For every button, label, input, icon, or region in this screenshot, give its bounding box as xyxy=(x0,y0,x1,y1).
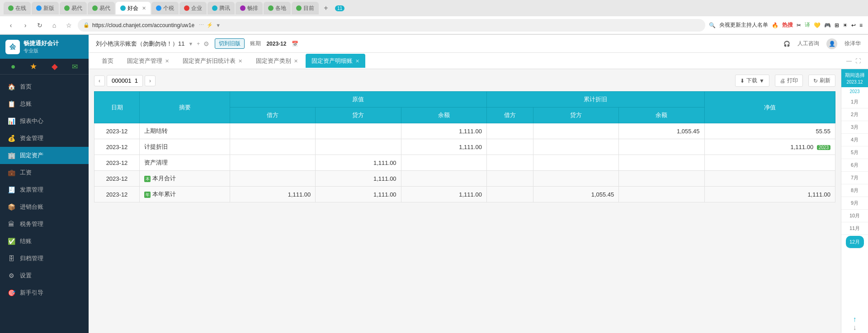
col-orig-credit: 贷方 xyxy=(316,108,401,123)
period-month-2[interactable]: 2月 xyxy=(841,108,868,121)
sidebar-item-tax[interactable]: 🏛 税务管理 xyxy=(0,216,89,233)
sidebar-item-funds[interactable]: 💰 资金管理 xyxy=(0,130,89,147)
browser-tab-geshui[interactable]: 个税 xyxy=(151,2,179,14)
period-month-11[interactable]: 11月 xyxy=(841,222,868,235)
bookmark-button[interactable]: ☆ xyxy=(63,20,74,31)
switch-version-button[interactable]: 切到旧版 xyxy=(215,38,245,49)
sidebar-item-guide[interactable]: 🎯 新手引导 xyxy=(0,284,89,301)
search-area[interactable]: 🔍 央视更新主持人名单 🔥 热搜 xyxy=(709,21,793,29)
sidebar-item-payroll[interactable]: 💼 工资 xyxy=(0,164,89,181)
download-button[interactable]: ⬇ 下载 ▼ xyxy=(735,75,769,87)
closing-icon: ✅ xyxy=(7,237,15,245)
tab-close-detail[interactable]: ✕ xyxy=(355,58,359,64)
home-button[interactable]: ⌂ xyxy=(49,20,60,31)
panel-up-arrow[interactable]: ↑ xyxy=(853,315,857,324)
tab-close-category[interactable]: ✕ xyxy=(294,58,298,64)
period-month-9[interactable]: 9月 xyxy=(841,197,868,210)
sidebar-item-closing[interactable]: ✅ 结账 xyxy=(0,233,89,250)
cell-accum-credit xyxy=(533,123,618,139)
period-month-1[interactable]: 1月 xyxy=(841,96,868,108)
undo-icon[interactable]: ↩ xyxy=(851,22,856,28)
col-accum-credit: 贷方 xyxy=(533,108,618,123)
sun-icon[interactable]: ☀ xyxy=(843,22,848,28)
wallet-icon[interactable]: 💛 xyxy=(814,22,821,28)
sidebar-icon-red[interactable]: ◆ xyxy=(52,61,58,71)
sidebar-item-archive[interactable]: 🗄 归档管理 xyxy=(0,250,89,267)
period-month-8[interactable]: 8月 xyxy=(841,184,868,197)
sidebar-item-reports[interactable]: 📊 报表中心 xyxy=(0,113,89,130)
tab-home[interactable]: 首页 xyxy=(96,54,119,68)
cell-accum-debit xyxy=(486,139,533,155)
refresh-browser-button[interactable]: ↻ xyxy=(34,20,45,31)
period-month-10[interactable]: 10月 xyxy=(841,210,868,222)
period-month-6[interactable]: 6月 xyxy=(841,159,868,172)
refresh-button[interactable]: ↻ 刷新 xyxy=(808,75,835,87)
period-month-4[interactable]: 4月 xyxy=(841,134,868,146)
year-badge: 2023 xyxy=(817,145,830,150)
tab-close-haohui[interactable]: ✕ xyxy=(142,5,146,11)
maximize-icon[interactable]: ⛶ xyxy=(855,58,861,64)
next-page-button[interactable]: › xyxy=(145,75,156,86)
period-month-12[interactable]: 12月 xyxy=(846,236,864,249)
browser-tab-qiye[interactable]: 企业 xyxy=(179,2,207,14)
browser-tab-yidai1[interactable]: 易代 xyxy=(60,2,87,14)
browser-tab-online[interactable]: 在线 xyxy=(4,2,31,14)
sidebar-icon-green[interactable]: ● xyxy=(11,62,16,71)
tab-fixed-assets-mgmt[interactable]: 固定资产管理 ✕ xyxy=(121,54,175,68)
sidebar-item-home[interactable]: 🏠 首页 xyxy=(0,78,89,95)
human-service-label[interactable]: 人工咨询 xyxy=(797,40,819,47)
panel-down-arrow[interactable]: ↓ xyxy=(853,324,857,332)
grid-icon[interactable]: ⊞ xyxy=(835,22,839,28)
add-button[interactable]: + xyxy=(197,41,200,47)
back-button[interactable]: ‹ xyxy=(5,20,16,31)
cell-accum-credit xyxy=(533,171,618,187)
page-number-input[interactable] xyxy=(107,75,143,87)
calendar-icon[interactable]: 📅 xyxy=(292,41,298,47)
browser-tab-changpai[interactable]: 畅排 xyxy=(236,2,263,14)
browser-tab-tengxun[interactable]: 腾讯 xyxy=(208,2,235,14)
settings-small-icon[interactable]: ⚙ xyxy=(203,40,209,47)
sidebar-icon-star[interactable]: ★ xyxy=(30,61,37,71)
sidebar-icon-mail[interactable]: ✉ xyxy=(72,62,78,71)
scissors-icon[interactable]: ✂ xyxy=(797,22,801,28)
period-month-7[interactable]: 7月 xyxy=(841,172,868,184)
sidebar-item-general-ledger[interactable]: 📋 总账 xyxy=(0,95,89,113)
cell-accum-balance xyxy=(619,187,704,202)
col-date: 日期 xyxy=(94,92,140,123)
tab-fixed-assets-depr-stat[interactable]: 固定资产折旧统计表 ✕ xyxy=(177,54,248,68)
minimize-icon[interactable]: — xyxy=(846,58,852,64)
browser-tab-muqian[interactable]: 目前 xyxy=(292,2,319,14)
tab-fixed-assets-detail[interactable]: 固定资产明细账 ✕ xyxy=(306,54,365,68)
forward-button[interactable]: › xyxy=(20,20,31,31)
period-month-3[interactable]: 3月 xyxy=(841,121,868,134)
period-month-5[interactable]: 5月 xyxy=(841,146,868,159)
game-icon[interactable]: 🎮 xyxy=(824,22,831,28)
new-tab-button[interactable]: + xyxy=(320,2,332,14)
prev-page-button[interactable]: ‹ xyxy=(94,75,105,86)
tab-close-fixed-assets[interactable]: ✕ xyxy=(165,58,169,64)
browser-tab-new[interactable]: 新版 xyxy=(32,2,59,14)
sidebar-item-fixed-assets[interactable]: 🏢 固定资产 xyxy=(0,147,89,164)
browser-tab-yidai2[interactable]: 易代 xyxy=(88,2,115,14)
col-accum-balance: 余额 xyxy=(619,108,704,123)
sidebar-subtitle: 专业版 xyxy=(24,47,59,54)
cell-orig-credit xyxy=(316,123,401,139)
dropdown-arrow[interactable]: ▼ xyxy=(188,41,193,47)
nav-arrows: ‹ › xyxy=(94,75,156,87)
browser-tab-gedi[interactable]: 各地 xyxy=(264,2,291,14)
sidebar-item-invoice[interactable]: 🧾 发票管理 xyxy=(0,181,89,198)
sidebar-item-settings[interactable]: ⚙ 设置 xyxy=(0,267,89,284)
menu-icon[interactable]: ≡ xyxy=(859,22,863,28)
print-button[interactable]: 🖨 打印 xyxy=(775,75,803,87)
right-panel: 期间选择 2023.12 2023 1月 2月 3月 4月 5月 6月 7月 8… xyxy=(841,69,868,333)
ledger-area: ‹ › ⬇ 下载 ▼ 🖨 打印 xyxy=(89,69,841,333)
subtotal-icon: 本 xyxy=(144,176,151,182)
cell-summary: 上期结转 xyxy=(140,123,230,139)
address-input[interactable]: 🔒 https://cloud.chanjet.com/accounting/u… xyxy=(78,19,705,32)
tab-close-depr-stat[interactable]: ✕ xyxy=(238,58,242,64)
translate-icon[interactable]: 译 xyxy=(805,21,810,29)
browser-tab-haohui[interactable]: 好会 ✕ xyxy=(116,2,151,14)
tab-fixed-assets-category[interactable]: 固定资产类别 ✕ xyxy=(250,54,304,68)
sidebar-header: 会 畅捷通好会计 专业版 xyxy=(0,35,89,59)
sidebar-item-purchase-sales[interactable]: 📦 进销台账 xyxy=(0,198,89,216)
